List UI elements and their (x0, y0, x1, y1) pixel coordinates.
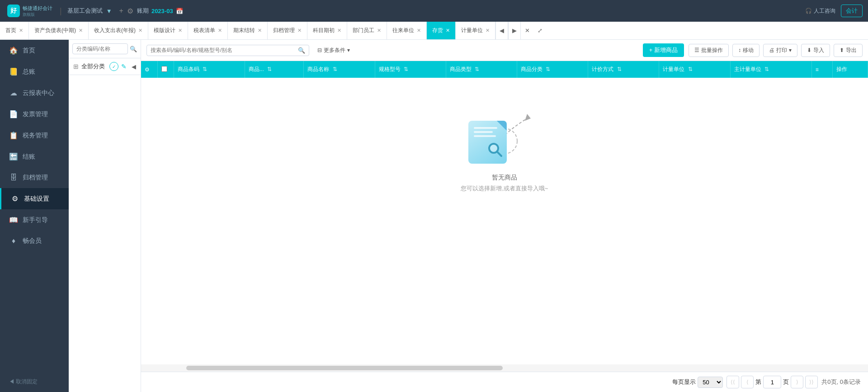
tab-inventory-close[interactable]: ✕ (446, 28, 450, 33)
new-product-btn[interactable]: + 新增商品 (643, 43, 684, 57)
tab-income-close[interactable]: ✕ (138, 28, 142, 33)
tab-dept-close[interactable]: ✕ (377, 28, 381, 33)
th-unit[interactable]: 计量单位 ⇅ (659, 61, 730, 78)
th-product-name[interactable]: 商品名称 ⇅ (304, 61, 375, 78)
tab-balance-close[interactable]: ✕ (79, 28, 83, 33)
sort-unit-icon[interactable]: ⇅ (688, 66, 693, 72)
logo-text: 畅捷通好会计 (23, 5, 52, 12)
right-panel: 🔍 ⊟ 更多条件 ▾ + 新增商品 ☰ 批量操作 ↕ (141, 40, 868, 392)
th-barcode[interactable]: 商品条码 ⇅ (174, 61, 245, 78)
th-category[interactable]: 商品分类 ⇅ (517, 61, 588, 78)
sort-code-icon[interactable]: ⇅ (267, 66, 272, 72)
tab-unit-close[interactable]: ✕ (486, 28, 490, 33)
th-settings[interactable]: ⚙ (141, 61, 157, 78)
sidebar-item-ledger[interactable]: 📒 总账 (0, 61, 69, 82)
tab-expand-btn[interactable]: ⤢ (533, 22, 546, 40)
sort-main-unit-icon[interactable]: ⇅ (764, 66, 769, 72)
first-page-btn[interactable]: ⟨⟨ (726, 376, 739, 388)
th-spec[interactable]: 规格型号 ⇅ (375, 61, 446, 78)
tab-archive-close[interactable]: ✕ (297, 28, 302, 33)
svg-line-3 (497, 151, 501, 156)
next-page-btn[interactable]: ⟩ (791, 376, 803, 388)
tab-dept[interactable]: 部门员工 ✕ (347, 22, 387, 40)
cloud-icon: ☁ (9, 89, 18, 97)
page-number-input[interactable] (763, 376, 781, 388)
sidebar-item-tax[interactable]: 📋 税务管理 (0, 125, 69, 146)
content-inner: 🔍 ⊞ 全部分类 ✓ ✎ ◀ 🔍 (69, 40, 868, 392)
tab-subject[interactable]: 科目期初 ✕ (307, 22, 347, 40)
print-chevron-icon: ▾ (789, 47, 792, 53)
page-size-select[interactable]: 20 50 100 (698, 377, 723, 388)
sidebar-item-member[interactable]: ♦ 畅会员 (0, 231, 69, 251)
category-search-icon[interactable]: 🔍 (130, 46, 137, 52)
sidebar-item-archive[interactable]: 🗄 归档管理 (0, 167, 69, 188)
tab-period-end-close[interactable]: ✕ (258, 28, 262, 33)
sidebar-item-close-account[interactable]: 🔚 结账 (0, 146, 69, 167)
horizontal-scrollbar[interactable] (141, 364, 868, 372)
empty-state-row: 暂无商品 您可以选择新增,或者直接导入哦~ (141, 78, 868, 220)
tab-archive[interactable]: 归档管理 ✕ (268, 22, 307, 40)
prev-page-btn[interactable]: ⟨ (741, 376, 754, 388)
category-search-input[interactable] (72, 43, 128, 54)
scrollbar-thumb[interactable] (186, 366, 503, 370)
org-chevron-icon[interactable]: ▼ (106, 8, 112, 14)
th-main-unit[interactable]: 主计量单位 ⇅ (730, 61, 811, 78)
sidebar-item-basic-settings[interactable]: ⚙ 基础设置 (0, 188, 69, 209)
content-area: 🔍 ⊞ 全部分类 ✓ ✎ ◀ 🔍 (69, 40, 868, 392)
filter-btn[interactable]: ⊟ 更多条件 ▾ (314, 45, 354, 56)
product-search-input[interactable] (151, 47, 296, 53)
top-bar-actions: 🎧 人工咨询 会计 (805, 5, 863, 17)
sidebar-item-invoice[interactable]: 📄 发票管理 (0, 104, 69, 125)
tab-template-close[interactable]: ✕ (178, 28, 182, 33)
tab-inventory[interactable]: 存货 ✕ (427, 22, 456, 40)
tab-subject-close[interactable]: ✕ (337, 28, 341, 33)
export-btn[interactable]: ⬆ 导出 (834, 44, 863, 57)
settings-icon[interactable]: ⚙ (127, 7, 133, 15)
sidebar-item-cloud-report[interactable]: ☁ 云报表中心 (0, 82, 69, 104)
sort-cat-icon[interactable]: ⇅ (546, 66, 550, 72)
tab-unit[interactable]: 计量单位 ✕ (456, 22, 495, 40)
tab-close-all-btn[interactable]: ✕ (521, 22, 533, 40)
consult-btn[interactable]: 🎧 人工咨询 (805, 7, 835, 15)
select-all-checkbox[interactable] (161, 66, 167, 72)
sort-type-icon[interactable]: ⇅ (475, 66, 479, 72)
th-checkbox[interactable] (157, 61, 174, 78)
th-price-method[interactable]: 计价方式 ⇅ (588, 61, 659, 78)
th-type[interactable]: 商品类型 ⇅ (446, 61, 517, 78)
sidebar-collapse-btn[interactable]: ◀ 取消固定 (0, 372, 69, 392)
tab-home[interactable]: 首页 ✕ (0, 22, 29, 40)
tab-income[interactable]: 收入支出表(年报) ✕ (89, 22, 148, 40)
last-page-btn[interactable]: ⟩⟩ (805, 376, 818, 388)
invoice-icon: 📄 (9, 110, 18, 118)
tab-balance-sheet[interactable]: 资产负债表(中期) ✕ (29, 22, 89, 40)
calendar-icon[interactable]: 📅 (176, 8, 183, 14)
logo-area: 好 畅捷通好会计 旗舰版 (5, 0, 54, 22)
product-table: ⚙ 商品条码 ⇅ 商品... ⇅ (141, 61, 868, 220)
tab-contacts-close[interactable]: ✕ (417, 28, 421, 33)
tab-home-close[interactable]: ✕ (19, 28, 23, 33)
sort-name-icon[interactable]: ⇅ (333, 66, 337, 72)
sidebar-item-home[interactable]: 🏠 首页 (0, 40, 69, 61)
tab-tax-close[interactable]: ✕ (218, 28, 222, 33)
tab-tax[interactable]: 税表清单 ✕ (188, 22, 228, 40)
product-search-icon[interactable]: 🔍 (298, 47, 305, 54)
category-edit-icon[interactable]: ✎ (121, 63, 127, 70)
print-btn[interactable]: 🖨 打印 ▾ (763, 44, 797, 57)
import-btn[interactable]: ⬇ 导入 (801, 44, 830, 57)
add-tab-icon[interactable]: + (119, 7, 123, 15)
sidebar-item-guide[interactable]: 📖 新手引导 (0, 209, 69, 231)
move-btn[interactable]: ↕ 移动 (732, 44, 760, 57)
sort-barcode-icon[interactable]: ⇅ (203, 66, 207, 72)
account-button[interactable]: 会计 (841, 5, 863, 17)
tab-template[interactable]: 模版设计 ✕ (148, 22, 188, 40)
sort-price-icon[interactable]: ⇅ (617, 66, 622, 72)
batch-btn[interactable]: ☰ 批量操作 (689, 44, 729, 57)
sort-spec-icon[interactable]: ⇅ (404, 66, 408, 72)
tab-next-btn[interactable]: ▶ (508, 22, 521, 40)
batch-icon: ☰ (694, 47, 699, 53)
tab-prev-btn[interactable]: ◀ (495, 22, 508, 40)
tab-contacts[interactable]: 往来单位 ✕ (387, 22, 427, 40)
category-collapse-icon[interactable]: ◀ (132, 63, 136, 70)
tab-period-end[interactable]: 期末结转 ✕ (228, 22, 268, 40)
th-product-code[interactable]: 商品... ⇅ (245, 61, 304, 78)
